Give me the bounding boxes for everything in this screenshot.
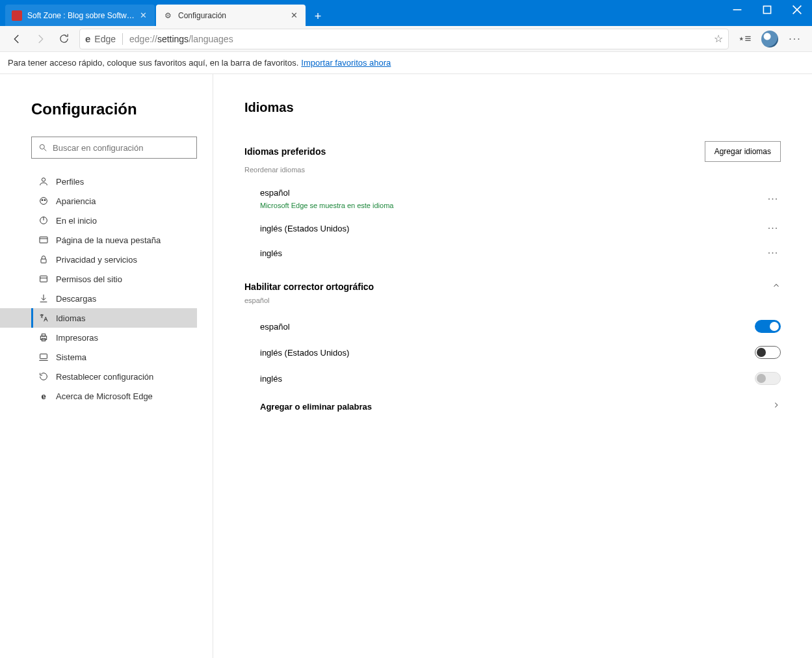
language-name: inglés (Estados Unidos) [260, 224, 765, 233]
language-row: español Microsoft Edge se muestra en est… [244, 181, 781, 216]
sidebar-item-languages[interactable]: Idiomas [0, 308, 197, 328]
sidebar-item-newtab[interactable]: Página de la nueva pestaña [0, 230, 197, 250]
addr-app-label: Edge [94, 34, 116, 44]
language-more-button[interactable]: ··· [765, 193, 781, 205]
favorite-star-icon[interactable]: ☆ [714, 33, 723, 45]
preferred-languages-title: Idiomas preferidos [244, 146, 326, 157]
spellcheck-lang-name: inglés [260, 374, 755, 384]
reset-icon [38, 371, 49, 382]
import-favorites-link[interactable]: Importar favoritos ahora [301, 58, 391, 68]
favorites-bar-prompt: Para tener acceso rápido, coloque sus fa… [0, 52, 812, 74]
spellcheck-row: español [244, 313, 781, 339]
svg-rect-1 [763, 6, 770, 13]
spellcheck-toggle[interactable] [755, 346, 781, 359]
sidebar-item-profiles[interactable]: Perfiles [0, 172, 197, 191]
sidebar-item-appearance[interactable]: Apariencia [0, 191, 197, 211]
sidebar-item-label: Privacidad y servicios [56, 255, 137, 265]
minimize-button[interactable] [722, 0, 752, 20]
spellcheck-toggle[interactable] [755, 320, 781, 333]
url-prefix: edge:// [129, 34, 157, 44]
divider [122, 33, 123, 45]
chevron-up-icon[interactable] [772, 281, 781, 293]
sidebar-item-downloads[interactable]: Descargas [0, 289, 197, 308]
edge-icon: e [38, 391, 49, 401]
favicon-softzone [12, 10, 22, 21]
new-tab-button[interactable]: + [308, 7, 328, 26]
preferred-languages-header: Idiomas preferidos Agregar idiomas [244, 141, 781, 162]
sidebar-item-privacy[interactable]: Privacidad y servicios [0, 250, 197, 269]
window-controls [722, 0, 812, 20]
spellcheck-section: Habilitar corrector ortográfico español … [244, 281, 781, 421]
sidebar-item-label: Perfiles [56, 177, 84, 187]
sidebar-item-label: Restablecer configuración [56, 372, 153, 382]
maximize-button[interactable] [752, 0, 782, 20]
settings-search[interactable] [31, 137, 197, 159]
close-window-button[interactable] [782, 0, 812, 20]
tab-title: Configuración [178, 11, 286, 20]
download-icon [38, 293, 49, 304]
system-icon [38, 352, 49, 362]
svg-rect-15 [40, 276, 47, 282]
svg-rect-19 [40, 336, 46, 339]
sidebar-items: Perfiles Apariencia En el inicio Página … [0, 172, 197, 406]
sidebar-item-startup[interactable]: En el inicio [0, 211, 197, 230]
profile-icon [38, 176, 49, 187]
language-more-button[interactable]: ··· [765, 222, 781, 234]
language-row: inglés ··· [244, 241, 781, 265]
sidebar-title: Configuración [31, 100, 197, 118]
permissions-icon [38, 274, 49, 284]
favbar-text: Para tener acceso rápido, coloque sus fa… [8, 58, 298, 68]
sidebar-item-label: Descargas [56, 294, 96, 304]
titlebar: Soft Zone : Blog sobre Software ✕ ⚙ Conf… [0, 0, 812, 26]
back-button[interactable] [5, 27, 29, 51]
sidebar-item-about[interactable]: eAcerca de Microsoft Edge [0, 386, 197, 406]
tab-settings[interactable]: ⚙ Configuración ✕ [156, 5, 306, 26]
more-menu-button[interactable]: ··· [783, 27, 807, 51]
refresh-button[interactable] [52, 27, 75, 51]
sidebar-item-permissions[interactable]: Permisos del sitio [0, 269, 197, 289]
language-icon [38, 313, 49, 323]
settings-content: Configuración Perfiles Apariencia En el … [0, 74, 812, 658]
add-languages-button[interactable]: Agregar idiomas [705, 141, 781, 162]
tabs-row: Soft Zone : Blog sobre Software ✕ ⚙ Conf… [0, 0, 722, 26]
sidebar-item-label: Apariencia [56, 196, 96, 206]
manage-words-row[interactable]: Agregar o eliminar palabras [244, 391, 781, 421]
address-bar[interactable]: e Edge edge://settings/languages ☆ [79, 29, 729, 49]
svg-rect-14 [41, 259, 46, 263]
settings-main: Idiomas Idiomas preferidos Agregar idiom… [213, 74, 812, 658]
svg-rect-20 [42, 334, 45, 336]
url-text: edge://settings/languages [129, 34, 233, 44]
language-more-button[interactable]: ··· [765, 247, 781, 259]
svg-line-5 [44, 149, 47, 151]
close-icon[interactable]: ✕ [289, 10, 299, 21]
manage-words-label: Agregar o eliminar palabras [260, 402, 772, 412]
printer-icon [38, 332, 49, 343]
url-path: /languages [189, 34, 233, 44]
language-display-note: Microsoft Edge se muestra en este idioma [260, 202, 765, 209]
profile-avatar[interactable] [761, 31, 778, 47]
tab-title: Soft Zone : Blog sobre Software [27, 11, 135, 20]
svg-point-8 [42, 200, 43, 201]
page-heading: Idiomas [244, 100, 781, 115]
tab-softzone[interactable]: Soft Zone : Blog sobre Software ✕ [5, 5, 155, 26]
forward-button[interactable] [29, 27, 52, 51]
close-icon[interactable]: ✕ [138, 10, 148, 21]
sidebar-item-label: Impresoras [56, 333, 98, 343]
power-icon [38, 215, 49, 226]
spellcheck-subtitle: español [244, 296, 781, 304]
sidebar-item-label: Sistema [56, 352, 86, 362]
svg-point-4 [40, 144, 44, 149]
sidebar-item-system[interactable]: Sistema [0, 347, 197, 367]
sidebar-item-label: Permisos del sitio [56, 274, 122, 284]
svg-rect-22 [40, 354, 47, 358]
gear-icon: ⚙ [163, 10, 173, 21]
edge-icon: e [85, 33, 90, 44]
spellcheck-lang-name: inglés (Estados Unidos) [260, 348, 755, 358]
url-host: settings [157, 34, 189, 44]
sidebar-item-printers[interactable]: Impresoras [0, 328, 197, 347]
spellcheck-row: inglés [244, 365, 781, 391]
favorites-button[interactable]: ⋆≡ [733, 27, 756, 51]
settings-search-input[interactable] [53, 143, 190, 153]
sidebar-item-reset[interactable]: Restablecer configuración [0, 367, 197, 386]
spellcheck-row: inglés (Estados Unidos) [244, 339, 781, 365]
